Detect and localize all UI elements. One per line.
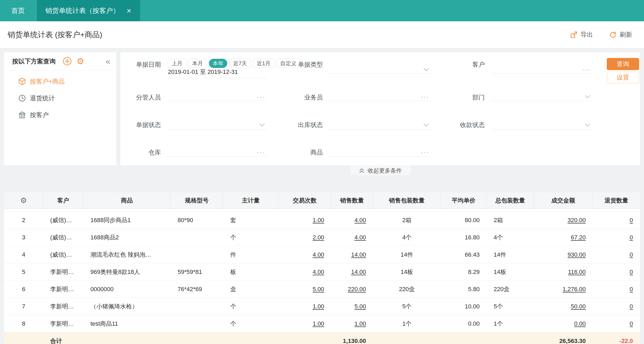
tab-active[interactable]: 销货单统计表（按客户） × <box>37 0 140 21</box>
date-pill-4[interactable]: 近1月 <box>253 59 274 68</box>
cell-no: 2 <box>4 217 43 224</box>
drilldown-link[interactable]: 0 <box>630 303 633 310</box>
cell-product: 潮流毛衣红色 辣妈泡… <box>83 251 171 259</box>
cell-product: 1688同步商品1 <box>83 216 171 224</box>
sidebar-collapse-icon[interactable]: « <box>106 57 110 66</box>
col-header-pack-qty: 销售包装数量 <box>373 192 441 209</box>
export-button[interactable]: 导出 <box>570 30 593 39</box>
collapse-more-conditions[interactable]: 收起更多条件 <box>349 165 411 176</box>
cell-returns: 0 <box>593 320 640 327</box>
date-pills: 上月本月本年近7天近1月自定义 <box>168 59 300 68</box>
drilldown-link[interactable]: 67.20 <box>571 234 586 241</box>
cell-unit: 件 <box>223 251 279 259</box>
date-pill-2[interactable]: 本年 <box>209 59 227 68</box>
sidebar-header-icons: ⚙ <box>63 57 84 66</box>
cell-unit: 板 <box>223 268 279 276</box>
drilldown-link[interactable]: 220.00 <box>348 286 366 293</box>
drilldown-link[interactable]: 4.00 <box>313 251 324 258</box>
drilldown-link[interactable]: 0 <box>630 234 633 241</box>
chevron-down-icon <box>423 123 429 127</box>
drilldown-link[interactable]: 4.00 <box>313 269 324 275</box>
cell-unit: 盒 <box>223 285 279 293</box>
drilldown-link[interactable]: 1.00 <box>313 217 324 223</box>
drilldown-link[interactable]: 50.00 <box>571 303 586 310</box>
scheme-item-by-customer[interactable]: 按客户 <box>4 106 116 123</box>
drilldown-link[interactable]: 0 <box>630 269 633 275</box>
close-icon[interactable]: × <box>127 7 131 15</box>
cell-no: 7 <box>4 303 43 310</box>
drilldown-link[interactable]: 5.00 <box>354 303 366 310</box>
scheme-settings-gear-icon[interactable]: ⚙ <box>77 57 84 66</box>
scheme-item-returns[interactable]: 退货统计 <box>4 90 116 106</box>
date-pill-0[interactable]: 上月 <box>168 59 186 68</box>
query-button[interactable]: 查询 <box>607 58 639 70</box>
date-pill-1[interactable]: 本月 <box>188 59 207 68</box>
cell-avg_price: 0.00 <box>441 320 487 327</box>
export-icon <box>570 31 578 39</box>
cell-amount: 1,276.00 <box>534 286 593 293</box>
drilldown-link[interactable]: 1.00 <box>313 320 324 327</box>
cell-pack_qty: 5个 <box>373 302 441 311</box>
payment-status-select[interactable] <box>491 116 593 129</box>
drilldown-link[interactable]: 0 <box>630 286 633 293</box>
date-pill-3[interactable]: 近7天 <box>229 59 251 68</box>
refresh-icon <box>609 31 617 39</box>
cube-icon <box>18 77 26 85</box>
cell-pack_qty: 14板 <box>373 268 441 276</box>
drilldown-link[interactable]: 5.00 <box>313 286 324 293</box>
outbound-status-label: 出库状态 <box>282 121 323 129</box>
drilldown-link[interactable]: 930.00 <box>568 251 586 258</box>
salesman-picker[interactable]: ··· <box>329 88 431 101</box>
column-settings-cell[interactable]: ⚙ <box>4 192 43 209</box>
gear-icon[interactable]: ⚙ <box>20 196 27 205</box>
drilldown-link[interactable]: 116.00 <box>568 269 586 275</box>
cell-total_pack: 220盒 <box>487 285 534 293</box>
drilldown-link[interactable]: 1.00 <box>313 303 324 310</box>
drilldown-link[interactable]: 2.00 <box>313 234 324 241</box>
top-tab-bar: 首页 销货单统计表（按客户） × <box>0 0 644 21</box>
drilldown-link[interactable]: 1,276.00 <box>562 286 586 293</box>
drilldown-link[interactable]: 4.00 <box>354 217 366 223</box>
cell-no: 3 <box>4 234 43 241</box>
cell-amount: 67.20 <box>534 234 593 241</box>
salesman-label: 业务员 <box>282 93 323 102</box>
manager-picker[interactable]: ··· <box>168 88 267 101</box>
doc-type-select[interactable] <box>329 59 431 74</box>
table-row: 5李新明…969奥特曼8款18人59*59*81板4.0014.0014板8.2… <box>4 263 640 281</box>
cell-returns: 0 <box>593 269 640 276</box>
drilldown-link[interactable]: 0 <box>630 320 633 327</box>
cell-qty: 5.00 <box>331 303 373 310</box>
drilldown-link[interactable]: 0 <box>630 251 633 258</box>
drilldown-link[interactable]: 0.00 <box>574 320 586 327</box>
goods-label: 商品 <box>282 148 323 157</box>
goods-picker[interactable]: ··· <box>329 144 431 157</box>
refresh-button[interactable]: 刷新 <box>609 30 632 39</box>
add-scheme-icon[interactable] <box>63 57 72 66</box>
col-header-amount: 成交金额 <box>534 192 593 209</box>
outbound-status-select[interactable] <box>329 116 431 129</box>
doc-status-label: 单据状态 <box>120 121 161 129</box>
clipped-row <box>4 209 640 212</box>
doc-status-select[interactable] <box>168 116 267 129</box>
warehouse-picker[interactable]: ··· <box>168 144 267 157</box>
drilldown-link[interactable]: 4.00 <box>354 234 366 241</box>
customer-picker[interactable]: ··· <box>491 59 593 74</box>
scheme-item-customer-product[interactable]: 按客户+商品 <box>4 73 116 90</box>
drilldown-link[interactable]: 1.00 <box>354 320 366 327</box>
tab-home[interactable]: 首页 <box>0 0 36 21</box>
cell-customer: 李新明… <box>43 302 83 311</box>
settings-button[interactable]: 设置 <box>607 72 639 83</box>
department-select[interactable] <box>491 88 593 101</box>
drilldown-link[interactable]: 0 <box>630 217 633 223</box>
col-header-total-pack: 总包装数量 <box>487 192 534 209</box>
date-range-input[interactable]: 2019-01-01 至 2019-12-31 <box>168 68 267 78</box>
sidebar-title: 按以下方案查询 <box>12 57 56 66</box>
drilldown-link[interactable]: 14.00 <box>351 251 366 258</box>
drilldown-link[interactable]: 320.00 <box>568 217 586 223</box>
col-header-customer: 客户 <box>43 192 83 209</box>
cell-trades: 4.00 <box>279 251 331 258</box>
query-scheme-sidebar: 按以下方案查询 ⚙ « <box>4 52 116 165</box>
drilldown-link[interactable]: 14.00 <box>351 269 366 275</box>
cell-avg_price: 10.00 <box>441 303 487 310</box>
filter-panel: 单据日期 上月本月本年近7天近1月自定义 2019-01-01 至 2019-1… <box>120 52 640 165</box>
